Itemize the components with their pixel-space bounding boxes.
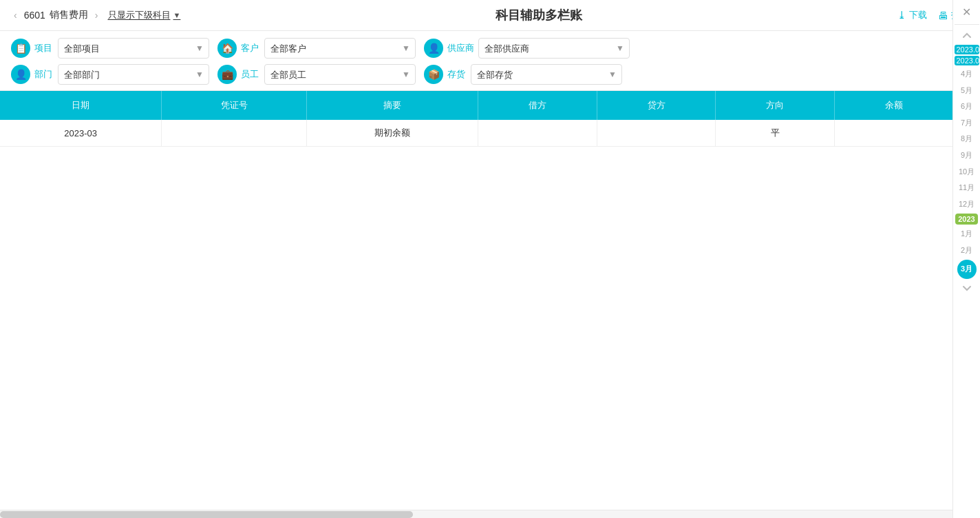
inventory-select-wrapper: 全部存货 ▼ — [471, 64, 622, 85]
month-item-10[interactable]: 10月 — [955, 164, 979, 180]
inventory-icon: 📦 — [424, 65, 443, 84]
project-select-wrapper: 全部项目 ▼ — [58, 38, 209, 59]
download-button[interactable]: ⤓ 下载 — [897, 9, 927, 21]
department-label: 部门 — [34, 68, 54, 81]
cell-credit — [597, 120, 716, 147]
show-sub-arrow-icon: ▼ — [173, 11, 181, 19]
department-icon: 👤 — [11, 65, 30, 84]
filter-item-inventory: 📦 存货 全部存货 ▼ — [424, 64, 622, 85]
account-nav: ‹ 6601 销售费用 › — [11, 8, 101, 22]
supplier-label: 供应商 — [447, 42, 474, 54]
month-active-top-2[interactable]: 2023.03 — [955, 56, 979, 65]
download-icon: ⤓ — [897, 9, 906, 21]
filter-area: 📋 项目 全部项目 ▼ 🏠 客户 全部客户 ▼ — [0, 31, 980, 91]
data-table: 日期 凭证号 摘要 借方 贷方 方向 余额 2023-03 期初余额 平 — [0, 91, 952, 147]
page-wrapper: ‹ 6601 销售费用 › 只显示下级科目 ▼ 科目辅助多栏账 ⤓ 下载 🖶 打… — [0, 0, 980, 518]
supplier-select[interactable]: 全部供应商 — [478, 38, 630, 59]
filter-item-project: 📋 项目 全部项目 ▼ — [11, 38, 209, 59]
employee-select-wrapper: 全部员工 ▼ — [264, 64, 416, 85]
col-debit: 借方 — [478, 91, 597, 120]
scroll-down-button[interactable] — [955, 280, 979, 296]
cell-balance — [835, 120, 952, 147]
next-account-btn[interactable]: › — [92, 8, 101, 22]
table-header-row: 日期 凭证号 摘要 借方 贷方 方向 余额 — [0, 91, 952, 120]
month-item-8[interactable]: 8月 — [955, 131, 979, 147]
top-bar: ‹ 6601 销售费用 › 只显示下级科目 ▼ 科目辅助多栏账 ⤓ 下载 🖶 打… — [0, 0, 980, 31]
filter-item-customer: 🏠 客户 全部客户 ▼ — [217, 38, 416, 59]
project-label: 项目 — [34, 42, 54, 54]
supplier-select-wrapper: 全部供应商 ▼ — [478, 38, 630, 59]
month-item-5[interactable]: 5月 — [955, 83, 979, 99]
chevron-up-icon — [962, 31, 972, 41]
filter-item-supplier: 👤 供应商 全部供应商 ▼ — [424, 38, 630, 59]
inventory-label: 存货 — [447, 68, 467, 81]
employee-select[interactable]: 全部员工 — [264, 64, 416, 85]
scroll-up-button[interactable] — [955, 28, 979, 44]
col-balance: 余额 — [835, 91, 952, 120]
prev-account-btn[interactable]: ‹ — [11, 8, 20, 22]
month-active-top-1[interactable]: 2023.03 — [955, 45, 979, 54]
month-item-4[interactable]: 4月 — [955, 66, 979, 83]
cell-debit — [478, 120, 597, 147]
supplier-icon: 👤 — [424, 39, 443, 58]
col-credit: 贷方 — [597, 91, 716, 120]
customer-select-wrapper: 全部客户 ▼ — [264, 38, 416, 59]
employee-label: 员工 — [241, 68, 260, 81]
project-select[interactable]: 全部项目 — [58, 38, 209, 59]
side-panel: ✕ 2023.03 2023.03 4月 5月 6月 7月 8月 9月 10月 … — [952, 0, 980, 518]
col-date: 日期 — [0, 91, 162, 120]
month-item-9[interactable]: 9月 — [955, 147, 979, 164]
filter-item-employee: 💼 员工 全部员工 ▼ — [217, 64, 416, 85]
cell-direction: 平 — [716, 120, 835, 147]
month-item-7[interactable]: 7月 — [955, 115, 979, 132]
col-voucher: 凭证号 — [162, 91, 307, 120]
account-name: 销售费用 — [50, 9, 88, 21]
customer-icon: 🏠 — [217, 39, 237, 58]
customer-select[interactable]: 全部客户 — [264, 38, 416, 59]
cell-summary: 期初余额 — [307, 120, 478, 147]
filter-item-department: 👤 部门 全部部门 ▼ — [11, 64, 209, 85]
show-sub-button[interactable]: 只显示下级科目 ▼ — [108, 9, 181, 21]
department-select-wrapper: 全部部门 ▼ — [58, 64, 209, 85]
close-button[interactable]: ✕ — [955, 0, 979, 25]
table-container[interactable]: 日期 凭证号 摘要 借方 贷方 方向 余额 2023-03 期初余额 平 — [0, 91, 980, 510]
table-row: 2023-03 期初余额 平 — [0, 120, 952, 147]
department-select[interactable]: 全部部门 — [58, 64, 209, 85]
cell-voucher — [162, 120, 307, 147]
month-item-2[interactable]: 2月 — [955, 242, 979, 259]
month-item-12[interactable]: 12月 — [955, 196, 979, 213]
project-icon: 📋 — [11, 39, 30, 58]
chevron-down-icon — [962, 283, 972, 293]
horizontal-scrollbar[interactable] — [0, 510, 952, 518]
month-item-6[interactable]: 6月 — [955, 99, 979, 115]
print-icon: 🖶 — [938, 10, 948, 21]
customer-label: 客户 — [241, 42, 260, 54]
month-item-1[interactable]: 1月 — [955, 226, 979, 242]
cell-date: 2023-03 — [0, 120, 162, 147]
filter-row-1: 📋 项目 全部项目 ▼ 🏠 客户 全部客户 ▼ — [11, 38, 969, 59]
inventory-select[interactable]: 全部存货 — [471, 64, 622, 85]
page-title: 科目辅助多栏账 — [187, 7, 891, 23]
month-nav: 2023.03 2023.03 4月 5月 6月 7月 8月 9月 10月 11… — [955, 25, 979, 518]
year-badge[interactable]: 2023 — [955, 214, 977, 225]
month-item-3-active[interactable]: 3月 — [957, 260, 977, 279]
account-code: 6601 — [24, 10, 45, 21]
col-summary: 摘要 — [307, 91, 478, 120]
scroll-thumb[interactable] — [0, 511, 413, 518]
month-item-11[interactable]: 11月 — [955, 180, 979, 196]
col-direction: 方向 — [716, 91, 835, 120]
employee-icon: 💼 — [217, 65, 237, 84]
filter-row-2: 👤 部门 全部部门 ▼ 💼 员工 全部员工 ▼ — [11, 64, 969, 85]
